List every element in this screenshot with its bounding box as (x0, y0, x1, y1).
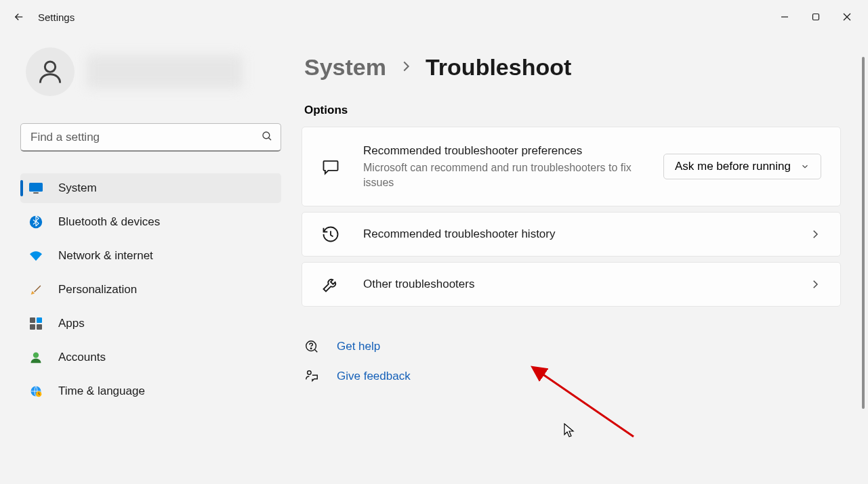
svg-point-18 (310, 348, 311, 349)
history-icon (321, 225, 340, 244)
bluetooth-icon (28, 215, 43, 229)
breadcrumb-current: Troubleshoot (426, 54, 571, 81)
minimize-icon (781, 13, 789, 21)
card-title: Other troubleshooters (363, 277, 786, 292)
profile-name-redacted (87, 55, 243, 89)
dropdown-value: Ask me before running (675, 160, 791, 173)
card-other-troubleshooters[interactable]: Other troubleshooters (302, 262, 841, 307)
sidebar-item-label: Personalization (58, 283, 137, 296)
sidebar-item-accounts[interactable]: Accounts (20, 343, 281, 372)
search-input[interactable] (20, 123, 281, 152)
arrow-left-icon (13, 11, 25, 23)
chevron-down-icon (800, 162, 810, 171)
sidebar-item-label: Network & internet (58, 249, 153, 263)
person-icon (35, 57, 65, 87)
get-help-link[interactable]: Get help (304, 339, 841, 354)
sidebar-item-bluetooth[interactable]: Bluetooth & devices (20, 207, 281, 237)
svg-rect-13 (37, 324, 42, 330)
chevron-right-icon (398, 57, 413, 79)
sidebar-item-apps[interactable]: Apps (20, 309, 281, 338)
help-links: Get help Give feedback (302, 339, 841, 384)
window-controls (769, 5, 863, 29)
titlebar: Settings (0, 0, 868, 34)
avatar (26, 47, 75, 96)
chevron-right-icon (809, 228, 821, 240)
sidebar-item-label: System (58, 181, 97, 195)
card-troubleshooter-history[interactable]: Recommended troubleshooter history (302, 212, 841, 257)
sidebar-item-label: Bluetooth & devices (58, 215, 160, 229)
sidebar-item-time-language[interactable]: Time & language (20, 376, 281, 406)
svg-point-5 (263, 132, 270, 139)
give-feedback-link[interactable]: Give feedback (304, 369, 841, 384)
svg-rect-8 (33, 192, 39, 194)
chevron-right-icon (809, 278, 821, 290)
main-panel: System Troubleshoot Options Recommended … (302, 34, 868, 484)
svg-rect-10 (30, 317, 35, 323)
paintbrush-icon (28, 282, 43, 297)
svg-rect-1 (813, 14, 819, 20)
svg-rect-12 (30, 324, 35, 330)
maximize-button[interactable] (800, 5, 831, 29)
sidebar: System Bluetooth & devices Network & int… (0, 34, 302, 484)
nav-list: System Bluetooth & devices Network & int… (20, 173, 281, 406)
close-button[interactable] (831, 5, 863, 29)
breadcrumb: System Troubleshoot (302, 54, 841, 81)
close-icon (843, 13, 851, 21)
svg-rect-11 (37, 317, 42, 323)
back-button[interactable] (5, 3, 33, 30)
sidebar-item-label: Accounts (58, 351, 106, 364)
card-title: Recommended troubleshooter history (363, 227, 786, 242)
account-icon (28, 350, 43, 365)
display-icon (28, 181, 43, 196)
sidebar-item-label: Time & language (58, 384, 145, 398)
svg-line-19 (315, 350, 318, 353)
sidebar-item-network[interactable]: Network & internet (20, 241, 281, 271)
wifi-icon (28, 248, 43, 263)
chat-bubble-icon (321, 157, 340, 176)
svg-point-20 (308, 371, 312, 375)
help-icon (304, 339, 319, 354)
app-title: Settings (38, 12, 75, 23)
scrollbar[interactable] (860, 57, 867, 477)
svg-rect-7 (29, 183, 43, 192)
wrench-icon (321, 275, 340, 294)
preferences-dropdown[interactable]: Ask me before running (663, 154, 821, 179)
svg-line-6 (268, 137, 271, 140)
sidebar-item-system[interactable]: System (20, 173, 281, 203)
card-description: Microsoft can recommend and run troubles… (363, 160, 640, 190)
card-troubleshooter-preferences[interactable]: Recommended troubleshooter preferences M… (302, 127, 841, 206)
breadcrumb-parent[interactable]: System (304, 54, 386, 81)
search-box[interactable] (20, 123, 281, 152)
search-icon (261, 130, 273, 145)
sidebar-item-personalization[interactable]: Personalization (20, 275, 281, 305)
globe-clock-icon (28, 384, 43, 399)
sidebar-item-label: Apps (58, 317, 85, 330)
apps-icon (28, 316, 43, 331)
card-title: Recommended troubleshooter preferences (363, 144, 640, 159)
help-link-label: Give feedback (337, 370, 411, 383)
feedback-icon (304, 369, 319, 384)
profile-section[interactable] (20, 47, 281, 96)
maximize-icon (812, 13, 820, 21)
scrollbar-thumb[interactable] (862, 57, 865, 409)
svg-point-4 (45, 62, 55, 72)
minimize-button[interactable] (769, 5, 800, 29)
help-link-label: Get help (337, 340, 380, 353)
section-title-options: Options (302, 104, 841, 117)
svg-point-14 (33, 353, 39, 358)
